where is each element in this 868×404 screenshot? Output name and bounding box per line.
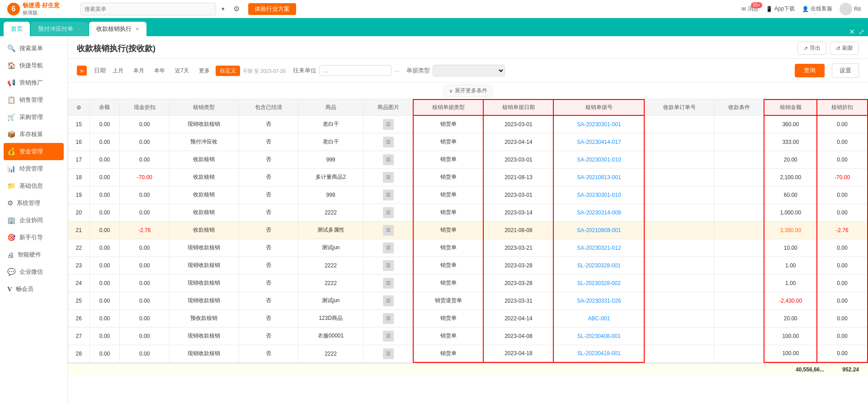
- sidebar-item-quick-nav[interactable]: 🏠 快捷导航: [0, 57, 67, 74]
- tab-home[interactable]: 首页: [4, 22, 30, 36]
- table-row: 160.000.00预付冲应收否老白干🖼销货单2023-04-14SA-2023…: [68, 133, 868, 151]
- sidebar-item-wechat[interactable]: 💬 企业微信: [0, 263, 67, 280]
- tab-receipt[interactable]: 收款核销执行 ✕: [89, 22, 146, 36]
- sidebar-item-search-menu[interactable]: 🔍 搜索菜单: [0, 40, 67, 57]
- sidebar-item-system[interactable]: ⚙ 系统管理: [0, 195, 67, 212]
- verify-discount-cell: 0.00: [817, 309, 868, 327]
- date-btn-last-month[interactable]: 上月: [108, 66, 127, 76]
- bill-no-cell: SA-20230331-026: [553, 292, 644, 309]
- table-row: 210.00-2.76收款核销否测试多属性🖼销货单2021-08-08SA-20…: [68, 221, 868, 239]
- export-button[interactable]: ↗ 导出: [797, 42, 826, 55]
- date-btn-more[interactable]: 更多: [195, 66, 214, 76]
- include-settled-cell: 否: [239, 186, 298, 204]
- table-row: 270.000.00现销收款核销否衣服00001🖼销货单2023-04-08SL…: [68, 327, 868, 345]
- table-row: 200.000.00收款核销否2222🖼销货单2023-03-14SA-2023…: [68, 204, 868, 221]
- date-btn-this-year[interactable]: 本年: [150, 66, 169, 76]
- bill-no-link[interactable]: SA-20210808-001: [577, 227, 621, 233]
- setting-button[interactable]: 设置: [832, 63, 859, 78]
- bill-type-cell: 销货单: [413, 257, 483, 274]
- bill-type-select[interactable]: [433, 65, 505, 76]
- bill-no-link[interactable]: SL-20230328-002: [577, 280, 621, 286]
- bill-no-link[interactable]: SA-20230301-010: [577, 192, 621, 198]
- partner-input[interactable]: [319, 65, 392, 76]
- bill-no-link[interactable]: SA-20210813-001: [577, 174, 621, 181]
- bill-no-link[interactable]: ABC-001: [588, 315, 610, 322]
- sidebar-item-operations[interactable]: 📊 经营管理: [0, 160, 67, 177]
- search-input[interactable]: [80, 3, 216, 15]
- cash-discount-cell: 0.00: [120, 345, 170, 362]
- close-tab-icon[interactable]: ✕: [849, 28, 855, 36]
- date-btn-7days[interactable]: 近7天: [171, 66, 193, 76]
- tab-prepay-close[interactable]: ✕: [77, 26, 81, 32]
- include-settled-cell: 否: [239, 204, 298, 221]
- bill-no-link[interactable]: SA-20230321-012: [577, 245, 621, 251]
- table-row: 250.000.00现销收款核销否测试jun🖼销货退货单2023-03-31SA…: [68, 292, 868, 309]
- bill-no-link[interactable]: SA-20230414-017: [577, 139, 621, 145]
- bill-type-cell: 销货单: [413, 221, 483, 239]
- row-number: 18: [68, 168, 90, 186]
- sidebar-item-inventory[interactable]: 📦 库存核算: [0, 126, 67, 143]
- product-cell: 999: [298, 186, 363, 204]
- expand-tab-icon[interactable]: ⤢: [859, 28, 864, 36]
- sidebar-item-marketing[interactable]: 📢 营销推广: [0, 74, 67, 91]
- sidebar-item-sales[interactable]: 📋 销售管理: [0, 91, 67, 109]
- sidebar-item-guide[interactable]: 🎯 新手引导: [0, 229, 67, 246]
- include-settled-cell: 否: [239, 309, 298, 327]
- gear-icon[interactable]: ⚙: [230, 3, 243, 15]
- date-btn-custom[interactable]: 自定义: [216, 66, 240, 76]
- industry-button[interactable]: 体验行业方案: [248, 3, 296, 15]
- cash-discount-cell: 0.00: [120, 186, 170, 204]
- partner-label: 往来单位: [293, 67, 316, 75]
- bill-no-link[interactable]: SL-20230418-001: [577, 350, 621, 356]
- receipt-condition-cell: [714, 257, 764, 274]
- receipt-condition-cell: [714, 221, 764, 239]
- verify-amount-cell: 1.00: [764, 257, 817, 274]
- product-cell: 123D商品: [298, 309, 363, 327]
- verify-type-cell: 现销收款核销: [170, 239, 239, 257]
- partner-more-icon[interactable]: ···: [394, 67, 399, 74]
- data-table-wrapper[interactable]: ⚙ 余额 现金折扣 核销类型 包含已结清 商品 商品图片 核销单据类型 核销单据…: [68, 99, 868, 404]
- receipt-condition-cell: [714, 309, 764, 327]
- sidebar-item-hardware[interactable]: 🖨 智能硬件: [0, 246, 67, 263]
- online-service-button[interactable]: 👤 在线客服: [802, 5, 832, 13]
- product-image-cell: 🖼: [363, 186, 413, 204]
- row-number: 15: [68, 115, 90, 133]
- table-row: 230.000.00现销收款核销否2222🖼销货单2023-03-28SL-20…: [68, 257, 868, 274]
- bill-no-link[interactable]: SA-20230301-001: [577, 121, 621, 128]
- filter-expand-icon[interactable]: »: [77, 66, 87, 76]
- bill-no-link[interactable]: SL-20230328-001: [577, 262, 621, 269]
- sidebar-item-enterprise[interactable]: 🏢 企业协同: [0, 212, 67, 229]
- bill-date-cell: 2021-08-13: [483, 168, 553, 186]
- sidebar-item-finance[interactable]: 💰 资金管理: [4, 143, 64, 160]
- col-include-settled-header: 包含已结清: [239, 100, 298, 115]
- bill-no-link[interactable]: SA-20230331-026: [577, 298, 621, 304]
- verify-amount-cell: 333.00: [764, 133, 817, 151]
- app-download-button[interactable]: 📱 App下载: [766, 5, 795, 13]
- dropdown-arrow[interactable]: ▾: [222, 5, 225, 12]
- row-number: 22: [68, 239, 90, 257]
- verify-amount-cell: 3,390.00: [764, 221, 817, 239]
- user-profile[interactable]: Rit: [840, 3, 861, 15]
- bill-no-link[interactable]: SA-20230314-008: [577, 209, 621, 216]
- tab-receipt-close[interactable]: ✕: [135, 26, 139, 32]
- query-button[interactable]: 查询: [795, 64, 825, 77]
- col-settings-header[interactable]: ⚙: [68, 100, 90, 115]
- refresh-icon: ↺: [836, 45, 840, 52]
- refresh-button[interactable]: ↺ 刷新: [830, 42, 859, 55]
- tab-prepay[interactable]: 预付冲应付单 ✕: [31, 22, 88, 36]
- main-content: 收款核销执行(按收款) ↗ 导出 ↺ 刷新 » 日期 上月 本月: [68, 36, 868, 404]
- include-settled-cell: 否: [239, 133, 298, 151]
- expand-conditions-button[interactable]: ∨ 展开更多条件: [443, 85, 493, 97]
- cash-discount-cell: 0.00: [120, 292, 170, 309]
- date-btn-this-month[interactable]: 本月: [129, 66, 148, 76]
- bill-type-cell: 销货单: [413, 204, 483, 221]
- product-cell: 999: [298, 151, 363, 168]
- sidebar-item-basic-info[interactable]: 📁 基础信息: [0, 177, 67, 195]
- bill-date-cell: 2023-04-14: [483, 133, 553, 151]
- message-button[interactable]: ✉ 消息 99+: [741, 5, 759, 13]
- bill-type-cell: 销货单: [413, 168, 483, 186]
- sidebar-item-member[interactable]: V 畅会员: [0, 280, 67, 298]
- bill-no-link[interactable]: SA-20230301-010: [577, 157, 621, 163]
- sidebar-item-purchase[interactable]: 🛒 采购管理: [0, 109, 67, 126]
- bill-no-link[interactable]: SL-20230408-001: [577, 333, 621, 339]
